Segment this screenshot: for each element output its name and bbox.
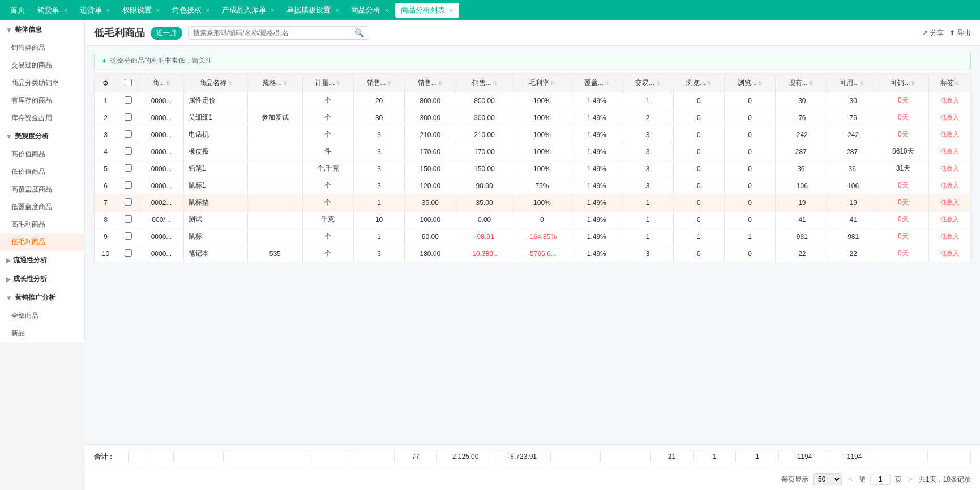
row-select-checkbox[interactable]	[125, 249, 132, 257]
next-page-button[interactable]: ＞	[906, 474, 914, 484]
row-view1[interactable]: 0	[673, 211, 724, 228]
close-role-icon[interactable]: ×	[206, 7, 209, 14]
close-sales-icon[interactable]: ×	[64, 7, 67, 14]
date-filter-button[interactable]: 近一月	[151, 27, 182, 40]
col-spec[interactable]: 规格...⇅	[247, 74, 302, 92]
nav-home[interactable]: 首页	[5, 3, 31, 18]
table-row: 3 0000... 电话机 个 3 210.00 210.00 100% 1.4…	[95, 126, 971, 143]
sidebar-item-capital-usage[interactable]: 库存资金占用	[0, 109, 84, 127]
row-select-checkbox[interactable]	[125, 96, 132, 104]
sidebar-item-high-coverage[interactable]: 高覆盖度商品	[0, 181, 84, 198]
nav-template[interactable]: 单据模板设置 ×	[281, 3, 344, 18]
col-current[interactable]: 现有...⇅	[776, 74, 827, 92]
sidebar-group-circulation[interactable]: ▶ 流通性分析	[0, 251, 84, 270]
table-container[interactable]: ⚙ 商...⇅ 商品名称⇅ 规格...⇅ 计量...⇅ 销售...⇅ 销售...…	[94, 74, 971, 444]
col-saleable[interactable]: 可销...⇅	[878, 74, 928, 92]
col-coverage[interactable]: 覆盖...⇅	[571, 74, 622, 92]
nav-role-auth[interactable]: 角色授权 ×	[166, 3, 215, 18]
row-coverage: 1.49%	[571, 245, 622, 262]
row-select-checkbox[interactable]	[125, 215, 132, 223]
sidebar-group-marketing[interactable]: ▼ 营销推广分析	[0, 288, 84, 307]
col-sale-profit[interactable]: 销售...⇅	[456, 74, 513, 92]
col-gross-rate[interactable]: 毛利率⇅	[513, 74, 571, 92]
row-checkbox[interactable]	[117, 177, 139, 194]
row-checkbox[interactable]	[117, 211, 139, 228]
row-view1[interactable]: 0	[673, 126, 724, 143]
per-page-select[interactable]: 50 100 200	[813, 473, 842, 485]
close-goods-icon[interactable]: ×	[385, 7, 388, 14]
share-button[interactable]: ↗ 分享	[922, 28, 944, 38]
row-checkbox[interactable]	[117, 143, 139, 160]
sidebar-item-high-margin[interactable]: 高毛利商品	[0, 216, 84, 233]
nav-product-entry[interactable]: 产成品入库单 ×	[216, 3, 280, 18]
row-view1[interactable]: 0	[673, 92, 724, 109]
row-checkbox[interactable]	[117, 228, 139, 245]
nav-purchase[interactable]: 进货单 ×	[74, 3, 115, 18]
close-product-icon[interactable]: ×	[271, 7, 274, 14]
close-permissions-icon[interactable]: ×	[156, 7, 160, 14]
sidebar-item-low-coverage[interactable]: 低覆盖度商品	[0, 198, 84, 216]
row-select-checkbox[interactable]	[125, 147, 132, 155]
sidebar-item-high-value[interactable]: 高价值商品	[0, 146, 84, 163]
col-view1[interactable]: 浏览...⇅	[673, 74, 724, 92]
row-checkbox[interactable]	[117, 245, 139, 262]
nav-permissions[interactable]: 权限设置 ×	[117, 3, 165, 18]
row-view1[interactable]: 0	[673, 109, 724, 126]
search-input[interactable]	[193, 29, 354, 37]
row-checkbox[interactable]	[117, 92, 139, 109]
col-sale-qty[interactable]: 销售...⇅	[353, 74, 404, 92]
col-name[interactable]: 商品名称⇅	[183, 74, 247, 92]
col-unit[interactable]: 计量...⇅	[302, 74, 353, 92]
row-no: 2	[95, 109, 117, 126]
row-view1[interactable]: 1	[673, 228, 724, 245]
close-purchase-icon[interactable]: ×	[106, 7, 110, 14]
row-unit: 个	[302, 228, 353, 245]
sidebar-item-traded-goods[interactable]: 交易过的商品	[0, 57, 84, 74]
page-number-input[interactable]	[870, 474, 891, 485]
row-select-checkbox[interactable]	[125, 113, 132, 121]
sidebar-item-sales-goods[interactable]: 销售类商品	[0, 39, 84, 57]
sidebar-item-inventory-goods[interactable]: 有库存的商品	[0, 92, 84, 109]
col-usable[interactable]: 可用...⇅	[827, 74, 878, 92]
col-setting[interactable]: ⚙	[95, 74, 117, 92]
col-checkbox[interactable]	[117, 74, 139, 92]
row-select-checkbox[interactable]	[125, 164, 132, 172]
row-checkbox[interactable]	[117, 126, 139, 143]
sidebar-item-category-rate[interactable]: 商品分类助销率	[0, 74, 84, 92]
row-select-checkbox[interactable]	[125, 198, 132, 206]
row-select-checkbox[interactable]	[125, 181, 132, 189]
row-checkbox[interactable]	[117, 160, 139, 177]
prev-page-button[interactable]: ＜	[846, 474, 854, 484]
row-spec	[247, 177, 302, 194]
col-transaction[interactable]: 交易...⇅	[622, 74, 673, 92]
select-all-checkbox[interactable]	[125, 79, 132, 86]
row-view1[interactable]: 0	[673, 177, 724, 194]
page-header: 低毛利商品 近一月 🔍 ↗ 分享 ⬆ 导出	[85, 20, 980, 46]
col-code[interactable]: 商...⇅	[139, 74, 183, 92]
nav-goods-analysis[interactable]: 商品分析 ×	[345, 3, 394, 18]
nav-sales[interactable]: 销货单 ×	[32, 3, 73, 18]
row-select-checkbox[interactable]	[125, 232, 132, 240]
row-checkbox[interactable]	[117, 109, 139, 126]
sidebar-group-growth[interactable]: ▶ 成长性分析	[0, 270, 84, 288]
close-goods-list-icon[interactable]: ×	[450, 7, 453, 14]
row-view1[interactable]: 0	[673, 194, 724, 211]
col-view2[interactable]: 浏览...⇅	[724, 74, 775, 92]
row-view1[interactable]: 0	[673, 245, 724, 262]
sidebar-item-new-goods[interactable]: 新品	[0, 325, 84, 342]
sidebar-item-low-value[interactable]: 低价值商品	[0, 163, 84, 181]
close-template-icon[interactable]: ×	[335, 7, 339, 14]
sidebar-group-overall[interactable]: ▼ 整体信息	[0, 20, 84, 39]
sidebar-group-beauty[interactable]: ▼ 美观度分析	[0, 127, 84, 146]
row-checkbox[interactable]	[117, 194, 139, 211]
row-view1[interactable]: 0	[673, 160, 724, 177]
col-sale-amt[interactable]: 销售...⇅	[405, 74, 456, 92]
col-tag[interactable]: 标签⇅	[929, 74, 971, 92]
nav-goods-analysis-list[interactable]: 商品分析列表 ×	[395, 3, 459, 18]
sidebar-item-low-margin[interactable]: 低毛利商品	[0, 233, 84, 251]
row-select-checkbox[interactable]	[125, 130, 132, 138]
sidebar-item-all-goods[interactable]: 全部商品	[0, 307, 84, 325]
search-icon[interactable]: 🔍	[354, 28, 364, 37]
export-button[interactable]: ⬆ 导出	[949, 28, 971, 38]
row-view1[interactable]: 0	[673, 143, 724, 160]
